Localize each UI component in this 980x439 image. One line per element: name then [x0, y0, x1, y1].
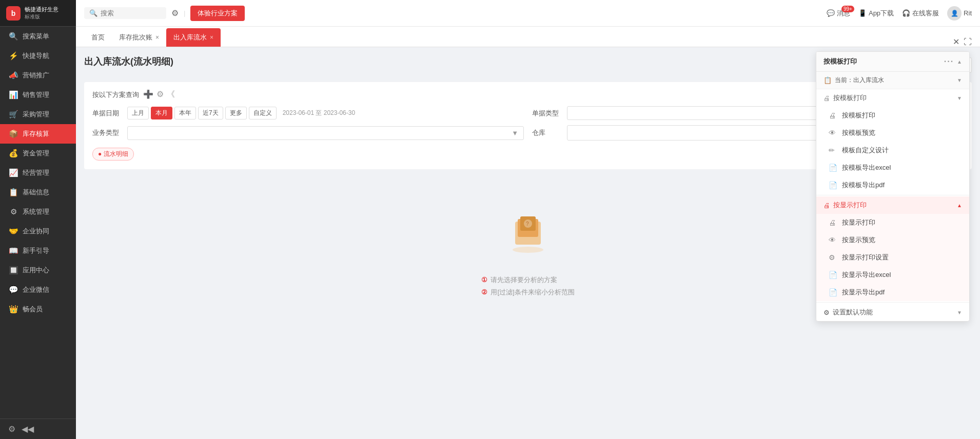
tab-batch[interactable]: 库存批次账 × — [112, 28, 166, 47]
svg-point-0 — [513, 247, 543, 253]
sidebar-item-operation[interactable]: 📈 经营管理 — [0, 163, 76, 183]
sidebar-item-marketing[interactable]: 📣 营销推广 — [0, 66, 76, 85]
sidebar-item-system[interactable]: ⚙ 系统管理 — [0, 202, 76, 222]
voucher-type-label: 单据类型 — [532, 109, 563, 118]
set-default-label: ⚙ 设置默认功能 — [824, 308, 873, 317]
sidebar-item-quicknav[interactable]: ⚡ 快捷导航 — [0, 46, 76, 66]
template-customize-item[interactable]: ✏ 模板自定义设计 — [816, 142, 969, 159]
svg-text:?: ? — [526, 221, 529, 227]
topbar-divider: | — [184, 9, 185, 17]
sidebar-item-label: 应用中心 — [23, 266, 49, 275]
display-printer-icon: 🖨 — [824, 202, 830, 209]
search-input[interactable] — [101, 9, 152, 17]
tab-batch-label: 库存批次账 — [119, 33, 152, 42]
current-template-row: 📋 当前：出入库流水 ▼ — [816, 72, 969, 89]
date-btn-last-month[interactable]: 上月 — [127, 107, 149, 119]
online-service-btn[interactable]: 🎧 在线客服 — [902, 9, 939, 18]
chevron-down-icon2: ▼ — [512, 129, 518, 137]
gear-icon[interactable]: ⚙ — [171, 8, 179, 18]
warehouse-label: 仓库 — [532, 128, 563, 137]
more-options-icon[interactable]: ··· — [944, 57, 954, 66]
topbar: 🔍 ⚙ | 体验行业方案 💬 消息 99+ 📱 App下载 🎧 在线客服 👤 R… — [76, 0, 980, 27]
business-type-label: 业务类型 — [92, 128, 123, 137]
app-download-btn[interactable]: 📱 App下载 — [858, 9, 894, 18]
add-filter-icon[interactable]: ➕ — [143, 89, 153, 100]
sidebar-item-search[interactable]: 🔍 搜索菜单 — [0, 27, 76, 46]
chevron-up-dropdown-icon[interactable]: ▲ — [957, 59, 962, 65]
sidebar-item-label: 系统管理 — [23, 207, 49, 216]
chevron-down-default-icon: ▼ — [957, 310, 962, 315]
set-default-row[interactable]: ⚙ 设置默认功能 ▼ — [816, 304, 969, 321]
sidebar-item-label: 新手引导 — [23, 246, 49, 255]
sidebar-item-label: 畅会员 — [23, 305, 43, 314]
sidebar-item-appcenter[interactable]: 🔲 应用中心 — [0, 261, 76, 280]
search-box[interactable]: 🔍 — [84, 7, 166, 19]
chevron-up-section-icon: ▲ — [957, 203, 962, 208]
wechat-icon: 💬 — [8, 285, 18, 294]
sales-icon: 📊 — [8, 90, 18, 99]
collapse-sidebar-icon[interactable]: ◀◀ — [22, 424, 34, 434]
template-print-header[interactable]: 🖨 按模板打印 ▼ — [816, 89, 969, 107]
sidebar-item-guide[interactable]: 📖 新手引导 — [0, 241, 76, 261]
template-export-excel-item[interactable]: 📄 按模板导出excel — [816, 159, 969, 176]
display-print-action-item[interactable]: 🖨 按显示打印 — [816, 214, 969, 231]
display-print-header[interactable]: 🖨 按显示打印 ▲ — [816, 196, 969, 214]
template-preview-item[interactable]: 👁 按模板预览 — [816, 124, 969, 142]
filter-tag-label: 流水明细 — [104, 150, 128, 158]
tab-home[interactable]: 首页 — [84, 28, 112, 47]
date-btn-custom[interactable]: 自定义 — [249, 107, 277, 119]
display-print-section-label: 🖨 按显示打印 — [824, 201, 867, 210]
excel-icon: 📄 — [829, 164, 838, 172]
page-title: 出入库流水(流水明细) — [84, 55, 173, 68]
inventory-icon: 📦 — [8, 129, 18, 138]
finance-icon: 💰 — [8, 149, 18, 158]
display-preview-icon: 👁 — [829, 236, 838, 244]
topbar-right: 💬 消息 99+ 📱 App下载 🎧 在线客服 👤 Rit — [827, 6, 972, 21]
sidebar-item-wechat[interactable]: 💬 企业微信 — [0, 280, 76, 300]
sidebar-item-collab[interactable]: 🤝 企业协同 — [0, 222, 76, 241]
tab-flow-close[interactable]: × — [210, 34, 213, 41]
business-type-select[interactable]: ▼ — [127, 126, 524, 140]
display-preview-item[interactable]: 👁 按显示预览 — [816, 231, 969, 249]
user-profile-btn[interactable]: 👤 Rit — [947, 6, 972, 21]
maximize-icon[interactable]: ⛶ — [964, 37, 972, 47]
empty-tip-2: 用[过滤]条件来缩小分析范围 — [481, 288, 574, 297]
sidebar-item-basic[interactable]: 📋 基础信息 — [0, 183, 76, 202]
tabbar-right: ✕ ⛶ — [953, 37, 972, 47]
template-export-pdf-item[interactable]: 📄 按模板导出pdf — [816, 176, 969, 194]
template-icon: 📋 — [824, 76, 832, 84]
date-label: 单据日期 — [92, 109, 123, 118]
filter-tag-icon: ● — [98, 150, 102, 157]
display-print-settings-item[interactable]: ⚙ 按显示打印设置 — [816, 249, 969, 266]
sidebar-menu: 🔍 搜索菜单 ⚡ 快捷导航 📣 营销推广 📊 销售管理 🛒 采购管理 📦 库存核… — [0, 27, 76, 418]
sidebar-item-inventory[interactable]: 📦 库存核算 — [0, 124, 76, 144]
template-print-action-item[interactable]: 🖨 按模板打印 — [816, 107, 969, 124]
active-filter-tag[interactable]: ● 流水明细 — [92, 148, 134, 161]
sidebar-item-label: 营销推广 — [23, 71, 49, 80]
date-btn-more[interactable]: 更多 — [225, 107, 247, 119]
display-export-pdf-item[interactable]: 📄 按显示导出pdf — [816, 284, 969, 301]
sidebar-item-label: 基础信息 — [23, 188, 49, 197]
close-tab-icon[interactable]: ✕ — [953, 37, 959, 47]
tab-batch-close[interactable]: × — [155, 34, 159, 41]
settings-filter-icon[interactable]: ⚙ — [156, 89, 164, 100]
date-btn-7days[interactable]: 近7天 — [198, 107, 223, 119]
message-btn[interactable]: 💬 消息 99+ — [827, 9, 850, 18]
chevron-down-section-icon: ▼ — [957, 95, 962, 101]
tab-flow[interactable]: 出入库流水 × — [166, 28, 221, 47]
date-btn-this-year[interactable]: 本年 — [174, 107, 196, 119]
collapse-filter-icon[interactable]: 《 — [167, 89, 175, 100]
chevron-down-current-icon[interactable]: ▼ — [957, 77, 962, 83]
display-export-excel-item[interactable]: 📄 按显示导出excel — [816, 266, 969, 284]
industry-btn[interactable]: 体验行业方案 — [190, 6, 245, 21]
empty-tips: 请先选择要分析的方案 用[过滤]条件来缩小分析范围 — [481, 275, 574, 300]
sidebar-item-member[interactable]: 👑 畅会员 — [0, 300, 76, 319]
sidebar-item-sales[interactable]: 📊 销售管理 — [0, 85, 76, 105]
quicknav-icon: ⚡ — [8, 51, 18, 61]
settings-bottom-icon[interactable]: ⚙ — [8, 424, 15, 434]
app-version: 标准版 — [25, 13, 58, 21]
sidebar-item-finance[interactable]: 💰 资金管理 — [0, 144, 76, 163]
date-btn-this-month[interactable]: 本月 — [151, 107, 172, 119]
sidebar-item-purchase[interactable]: 🛒 采购管理 — [0, 105, 76, 124]
display-excel-icon: 📄 — [829, 271, 838, 279]
